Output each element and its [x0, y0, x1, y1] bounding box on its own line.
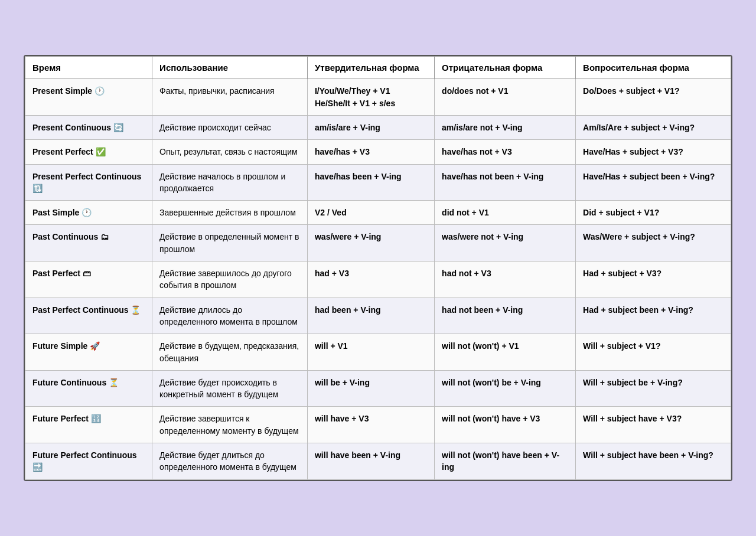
- cell-use: Действие будет длиться до определенного …: [152, 443, 308, 480]
- cell-question: Did + subject + V1?: [576, 201, 731, 225]
- table-row: Present Perfect Continuous 🔃Действие нач…: [25, 164, 731, 201]
- cell-use: Опыт, результат, связь с настоящим: [152, 140, 308, 164]
- cell-negative: will not (won't) have been + V-ing: [435, 443, 576, 480]
- cell-use: Действие длилось до определенного момент…: [152, 298, 308, 334]
- header-use: Использование: [152, 57, 308, 79]
- cell-affirmative: am/is/are + V-ing: [307, 115, 434, 139]
- table-row: Future Simple 🚀Действие в будущем, предс…: [25, 334, 731, 371]
- cell-negative: will not (won't) + V1: [435, 334, 576, 371]
- cell-tense: Past Continuous 🗂: [25, 225, 152, 262]
- cell-tense: Present Simple 🕐: [25, 79, 152, 116]
- table-row: Present Perfect ✅Опыт, результат, связь …: [25, 140, 731, 164]
- header-affirmative: Утвердительная форма: [307, 57, 434, 79]
- cell-use: Действие в будущем, предсказания, обещан…: [152, 334, 308, 371]
- cell-affirmative: have/has + V3: [307, 140, 434, 164]
- header-negative: Отрицательная форма: [435, 57, 576, 79]
- cell-question: Will + subject have been + V-ing?: [576, 443, 731, 480]
- cell-tense: Present Continuous 🔄: [25, 115, 152, 139]
- cell-affirmative: will have been + V-ing: [307, 443, 434, 480]
- cell-question: Will + subject have + V3?: [576, 407, 731, 443]
- cell-affirmative: will be + V-ing: [307, 370, 434, 407]
- cell-question: Have/Has + subject been + V-ing?: [576, 164, 731, 201]
- cell-tense: Future Continuous ⏳: [25, 370, 152, 407]
- cell-question: Had + subject + V3?: [576, 262, 731, 298]
- cell-use: Действие в определенный момент в прошлом: [152, 225, 308, 262]
- header-tense: Время: [25, 57, 152, 79]
- cell-affirmative: had + V3: [307, 262, 434, 298]
- cell-affirmative: have/has been + V-ing: [307, 164, 434, 201]
- cell-question: Was/Were + subject + V-ing?: [576, 225, 731, 262]
- cell-negative: will not (won't) have + V3: [435, 407, 576, 443]
- cell-negative: am/is/are not + V-ing: [435, 115, 576, 139]
- cell-question: Had + subject been + V-ing?: [576, 298, 731, 334]
- table-row: Present Continuous 🔄Действие происходит …: [25, 115, 731, 139]
- cell-negative: do/does not + V1: [435, 79, 576, 116]
- cell-affirmative: I/You/We/They + V1He/She/It + V1 + s/es: [307, 79, 434, 116]
- cell-affirmative: was/were + V-ing: [307, 225, 434, 262]
- table-row: Future Continuous ⏳Действие будет происх…: [25, 370, 731, 407]
- cell-negative: have/has not been + V-ing: [435, 164, 576, 201]
- cell-question: Am/Is/Are + subject + V-ing?: [576, 115, 731, 139]
- cell-use: Действие началось в прошлом и продолжает…: [152, 164, 308, 201]
- table-row: Present Simple 🕐Факты, привычки, расписа…: [25, 79, 731, 116]
- cell-affirmative: V2 / Ved: [307, 201, 434, 225]
- cell-affirmative: will + V1: [307, 334, 434, 371]
- grammar-table-wrapper: Время Использование Утвердительная форма…: [24, 55, 732, 481]
- table-row: Past Continuous 🗂Действие в определенный…: [25, 225, 731, 262]
- cell-negative: did not + V1: [435, 201, 576, 225]
- cell-use: Факты, привычки, расписания: [152, 79, 308, 116]
- cell-use: Действие будет происходить в конкретный …: [152, 370, 308, 407]
- cell-use: Действие завершилось до другого события …: [152, 262, 308, 298]
- grammar-table: Время Использование Утвердительная форма…: [25, 56, 731, 479]
- cell-use: Действие завершится к определенному моме…: [152, 407, 308, 443]
- cell-tense: Future Perfect 🔢: [25, 407, 152, 443]
- cell-affirmative: had been + V-ing: [307, 298, 434, 334]
- cell-question: Will + subject + V1?: [576, 334, 731, 371]
- table-row: Future Perfect Continuous 🔜Действие буде…: [25, 443, 731, 480]
- cell-tense: Present Perfect ✅: [25, 140, 152, 164]
- cell-question: Do/Does + subject + V1?: [576, 79, 731, 116]
- cell-tense: Future Perfect Continuous 🔜: [25, 443, 152, 480]
- cell-affirmative: will have + V3: [307, 407, 434, 443]
- cell-tense: Future Simple 🚀: [25, 334, 152, 371]
- table-row: Past Perfect Continuous ⏳Действие длилос…: [25, 298, 731, 334]
- cell-negative: will not (won't) be + V-ing: [435, 370, 576, 407]
- table-row: Past Perfect 🗃Действие завершилось до др…: [25, 262, 731, 298]
- cell-tense: Past Perfect Continuous ⏳: [25, 298, 152, 334]
- cell-use: Завершенные действия в прошлом: [152, 201, 308, 225]
- table-header-row: Время Использование Утвердительная форма…: [25, 57, 731, 79]
- cell-tense: Present Perfect Continuous 🔃: [25, 164, 152, 201]
- table-row: Future Perfect 🔢Действие завершится к оп…: [25, 407, 731, 443]
- cell-question: Will + subject be + V-ing?: [576, 370, 731, 407]
- cell-tense: Past Simple 🕐: [25, 201, 152, 225]
- header-question: Вопросительная форма: [576, 57, 731, 79]
- cell-negative: have/has not + V3: [435, 140, 576, 164]
- cell-use: Действие происходит сейчас: [152, 115, 308, 139]
- cell-negative: was/were not + V-ing: [435, 225, 576, 262]
- cell-negative: had not + V3: [435, 262, 576, 298]
- cell-question: Have/Has + subject + V3?: [576, 140, 731, 164]
- table-row: Past Simple 🕐Завершенные действия в прош…: [25, 201, 731, 225]
- cell-tense: Past Perfect 🗃: [25, 262, 152, 298]
- cell-negative: had not been + V-ing: [435, 298, 576, 334]
